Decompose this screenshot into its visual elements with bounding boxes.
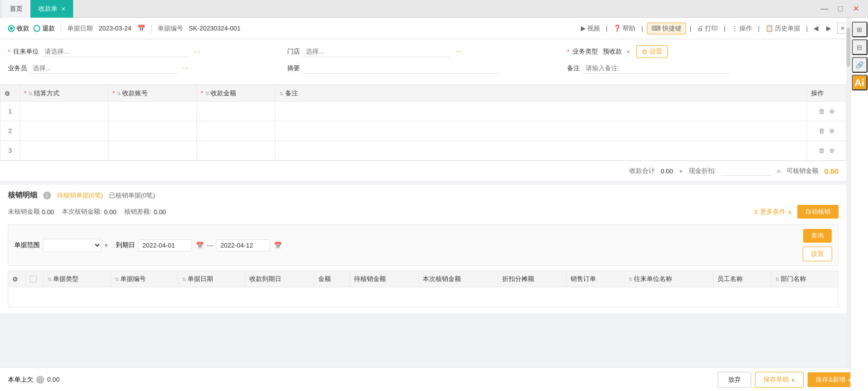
account-cell-3[interactable] — [108, 141, 197, 161]
draft-btn[interactable]: 保存草稿 ▲ — [755, 372, 804, 388]
delete-row-3-icon[interactable]: 🗑 — [818, 147, 825, 154]
settlement-input-2[interactable] — [20, 121, 108, 140]
action-cell-3: 🗑 ⊕ — [807, 141, 846, 161]
account-cell-2[interactable] — [108, 121, 197, 141]
remark-cell-1[interactable] — [275, 102, 807, 121]
reconcile-info-icon[interactable]: i — [43, 192, 51, 199]
sort-remark-icon[interactable]: ⇅ — [279, 91, 283, 96]
sort-docdate-icon[interactable]: ⇅ — [182, 277, 186, 282]
sort-doctype-icon[interactable]: ⇅ — [48, 277, 52, 282]
order-info-icon[interactable]: ⓘ — [36, 376, 44, 384]
tab-close-button[interactable]: × — [61, 5, 65, 12]
print-btn[interactable]: 🖨 打印 — [695, 23, 720, 34]
delete-row-2-icon[interactable]: 🗑 — [818, 127, 825, 135]
pending-tab-link[interactable]: 待核销单据(0笔) — [57, 191, 103, 200]
amount-input-2[interactable] — [197, 121, 275, 140]
query-btn[interactable]: 查询 — [803, 229, 832, 243]
tab-active[interactable]: 收款单 × — [30, 0, 73, 18]
history-btn[interactable]: 📋 历史单据 — [763, 23, 802, 34]
close-button[interactable]: ✕ — [850, 3, 862, 14]
tab-home[interactable]: 首页 — [2, 0, 30, 18]
calendar-to-icon[interactable]: 📅 — [274, 242, 282, 249]
remark-cell-3[interactable] — [275, 141, 807, 161]
account-input-2[interactable] — [108, 121, 196, 140]
auto-reconcile-btn[interactable]: 自动核销 — [797, 205, 839, 219]
sort-settlement-icon[interactable]: ⇅ — [28, 91, 32, 96]
sidebar-table-btn[interactable]: ⊞ — [852, 22, 868, 37]
sort-counterparty-icon[interactable]: ⇅ — [628, 277, 632, 282]
account-input-1[interactable] — [108, 102, 196, 121]
actions-btn[interactable]: ⋮ 操作 — [730, 23, 754, 34]
scrollbar-thumb[interactable] — [846, 28, 850, 67]
counterparty-more-btn[interactable]: ··· — [192, 47, 202, 56]
settlement-cell-2[interactable] — [20, 121, 108, 141]
nav-prev-btn[interactable]: ◀ — [812, 24, 820, 33]
business-type-dropdown[interactable]: ▾ — [627, 49, 629, 55]
filter-icon: ⧖ — [754, 208, 758, 216]
footer: 本单上欠 ⓘ 0.00 放弃 保存草稿 ▲ 保存&新增 ▲ — [0, 367, 868, 391]
bottom-settings-icon[interactable]: ⚙ — [12, 276, 18, 283]
nav-next-btn[interactable]: ▶ — [824, 24, 833, 33]
copy-row-3-icon[interactable]: ⊕ — [829, 147, 835, 154]
remark-input-3[interactable] — [275, 141, 807, 160]
row-num-3: 3 — [0, 141, 20, 161]
shortcut-btn[interactable]: ⌨ 快捷键 — [647, 23, 686, 34]
amount-cell-3[interactable] — [197, 141, 275, 161]
date-to-input[interactable] — [216, 239, 270, 251]
amount-input-1[interactable] — [197, 102, 275, 121]
abstract-input[interactable] — [303, 63, 499, 74]
table-settings-icon[interactable]: ⚙ — [4, 90, 10, 97]
settlement-input-1[interactable] — [20, 102, 108, 121]
radio-tuikuan[interactable]: 退款 — [33, 24, 55, 33]
copy-row-1-icon[interactable]: ⊕ — [829, 108, 835, 115]
store-more-btn[interactable]: ··· — [453, 47, 463, 56]
remark-cell-2[interactable] — [275, 121, 807, 141]
video-label: 视频 — [587, 24, 600, 33]
empty-message — [8, 287, 839, 307]
discard-btn[interactable]: 放弃 — [718, 372, 751, 388]
sort-account-icon[interactable]: ⇅ — [117, 91, 121, 96]
calendar-icon[interactable]: 📅 — [137, 25, 145, 32]
amount-input-3[interactable] — [197, 141, 275, 160]
date-from-input[interactable] — [138, 239, 192, 251]
sort-docnum-icon[interactable]: ⇅ — [115, 277, 119, 282]
maximize-button[interactable]: □ — [835, 3, 846, 14]
done-tab-link[interactable]: 已核销单据(0笔) — [109, 191, 155, 200]
select-all-checkbox[interactable] — [30, 276, 37, 282]
settlement-cell-1[interactable] — [20, 102, 108, 121]
account-cell-1[interactable] — [108, 102, 197, 121]
settlement-input-3[interactable] — [20, 141, 108, 160]
more-filter-btn[interactable]: ⧖ 更多条件 ∧ — [754, 207, 792, 216]
video-btn[interactable]: ▶ 视频 — [579, 23, 602, 34]
delete-row-1-icon[interactable]: 🗑 — [818, 108, 825, 115]
scrollbar[interactable] — [846, 18, 850, 367]
sidebar-orange-btn[interactable]: Ai — [852, 75, 868, 90]
amount-cell-1[interactable] — [197, 102, 275, 121]
sort-dept-icon[interactable]: ⇅ — [775, 277, 779, 282]
amount-cell-2[interactable] — [197, 121, 275, 141]
settlement-cell-3[interactable] — [20, 141, 108, 161]
calendar-from-icon[interactable]: 📅 — [196, 242, 204, 249]
setting-btn[interactable]: ⚙ 设置 — [636, 45, 668, 58]
store-input[interactable] — [303, 46, 450, 57]
filter-setting-btn[interactable]: 设置 — [803, 247, 832, 261]
copy-row-2-icon[interactable]: ⊕ — [829, 127, 835, 135]
remark-input-2[interactable] — [275, 121, 807, 140]
th-settings[interactable]: ⚙ — [0, 85, 20, 102]
help-btn[interactable]: ❓ 帮助 — [611, 23, 637, 34]
bth-due-date: 收款到期日 — [245, 271, 314, 287]
salesperson-input[interactable] — [30, 63, 177, 74]
minimize-button[interactable]: — — [817, 3, 831, 14]
discount-input[interactable] — [722, 166, 771, 176]
radio-shoukuan[interactable]: 收款 — [8, 24, 29, 33]
range-select[interactable] — [43, 239, 102, 252]
sidebar-doc-btn[interactable]: ⊟ — [852, 39, 868, 55]
sidebar-link-btn[interactable]: 🔗 — [852, 57, 868, 73]
remark-input[interactable] — [583, 63, 730, 74]
account-input-3[interactable] — [108, 141, 196, 160]
sort-amount-icon[interactable]: ⇅ — [205, 91, 209, 96]
remark-input-1[interactable] — [275, 102, 807, 121]
bth-settings[interactable]: ⚙ — [8, 271, 26, 287]
salesperson-more-btn[interactable]: ··· — [180, 64, 190, 73]
counterparty-input[interactable] — [42, 46, 189, 57]
